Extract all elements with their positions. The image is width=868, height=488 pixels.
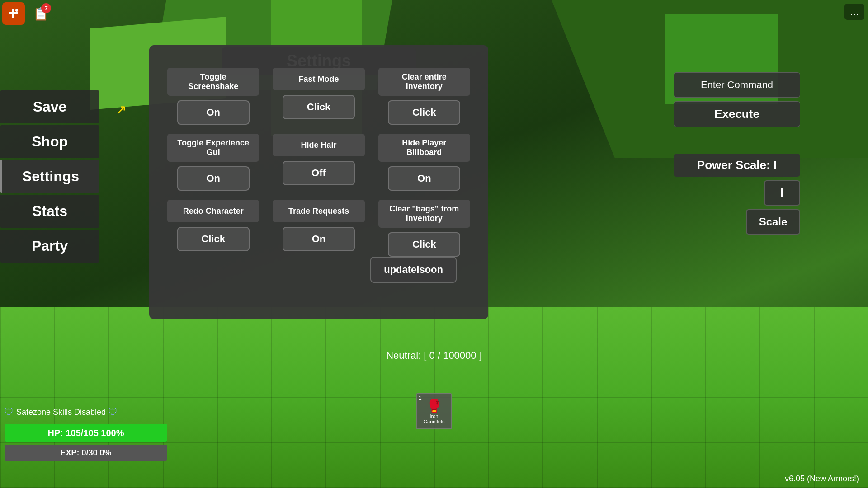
sidebar-item-shop[interactable]: Shop (0, 125, 99, 158)
power-scale-panel: Power Scale: I I Scale (674, 154, 800, 235)
hp-bar: HP: 105/105 100% (5, 424, 167, 442)
setting-toggle-exp-gui: Toggle Experience Gui On (167, 134, 259, 191)
execute-button[interactable]: Execute (674, 101, 800, 127)
bottom-hud: 🛡 Safezone Skills Disabled 🛡 HP: 105/105… (5, 407, 167, 461)
command-panel: Enter Command Execute (674, 72, 800, 127)
safezone-text: Safezone Skills Disabled (16, 408, 106, 417)
setting-value-redo-character[interactable]: Click (177, 227, 250, 251)
shield-icon-right: 🛡 (108, 407, 118, 418)
sidebar-item-party[interactable]: Party (0, 230, 99, 263)
setting-label-fast-mode: Fast Mode (273, 68, 364, 90)
setting-value-hide-hair[interactable]: Off (283, 161, 355, 185)
exp-bar: EXP: 0/30 0% (5, 445, 167, 461)
update-button[interactable]: updateIsoon (370, 257, 457, 283)
settings-panel: Toggle Screenshake On Fast Mode Click Cl… (149, 45, 488, 319)
neutral-text: Neutral: [ 0 / 100000 ] (386, 350, 482, 361)
sidebar-item-stats[interactable]: Stats (0, 195, 99, 228)
item-count: 1 (419, 395, 422, 401)
setting-value-fast-mode[interactable]: Click (283, 95, 355, 119)
setting-toggle-screenshake: Toggle Screenshake On (167, 68, 259, 125)
setting-label-toggle-screenshake: Toggle Screenshake (167, 68, 259, 96)
svg-point-3 (15, 9, 18, 12)
power-scale-label: Power Scale: I (674, 154, 800, 177)
arrow-pointer: ↗ (115, 102, 127, 117)
top-right-menu[interactable]: ... (844, 4, 864, 20)
setting-hide-hair: Hide Hair Off (273, 134, 364, 191)
setting-value-toggle-screenshake[interactable]: On (177, 100, 250, 125)
setting-clear-inventory: Clear entire Inventory Click (378, 68, 470, 125)
setting-trade-requests: Trade Requests On (273, 200, 364, 257)
item-slot: 1 🥊 Iron Gauntlets (416, 393, 452, 429)
setting-clear-bags: Clear "bags" from Inventory Click (378, 200, 470, 257)
shield-icon: 🛡 (5, 407, 14, 418)
setting-label-hide-billboard: Hide Player Billboard (378, 134, 470, 162)
setting-label-clear-inventory: Clear entire Inventory (378, 68, 470, 96)
scale-button[interactable]: Scale (746, 209, 800, 235)
notification-count: 7 (41, 3, 51, 13)
notification-badge[interactable]: 📋 7 (29, 2, 52, 25)
setting-label-hide-hair: Hide Hair (273, 134, 364, 156)
setting-value-clear-bags[interactable]: Click (388, 232, 460, 257)
game-icon[interactable] (2, 2, 25, 25)
command-input[interactable]: Enter Command (674, 72, 800, 98)
settings-grid: Toggle Screenshake On Fast Mode Click Cl… (167, 68, 470, 257)
version-text: v6.05 (New Armors!) (785, 474, 859, 483)
setting-value-clear-inventory[interactable]: Click (388, 100, 460, 125)
setting-label-trade-requests: Trade Requests (273, 200, 364, 222)
setting-value-toggle-exp-gui[interactable]: On (177, 166, 250, 191)
setting-fast-mode: Fast Mode Click (273, 68, 364, 125)
exp-text: EXP: 0/30 0% (60, 448, 111, 458)
svg-rect-2 (12, 9, 14, 18)
setting-value-hide-billboard[interactable]: On (388, 166, 460, 191)
item-name: Iron Gauntlets (419, 413, 449, 424)
hp-text: HP: 105/105 100% (47, 428, 124, 438)
setting-label-clear-bags: Clear "bags" from Inventory (378, 200, 470, 228)
power-scale-value: I (764, 180, 800, 206)
sidebar-item-settings[interactable]: Settings (0, 160, 99, 193)
setting-label-redo-character: Redo Character (167, 200, 259, 222)
neutral-display: Neutral: [ 0 / 100000 ] (386, 350, 482, 361)
setting-label-toggle-exp-gui: Toggle Experience Gui (167, 134, 259, 162)
sidebar-item-save[interactable]: Save (0, 90, 99, 123)
setting-value-trade-requests[interactable]: On (283, 227, 355, 251)
safezone-badge: 🛡 Safezone Skills Disabled 🛡 (5, 407, 167, 418)
sidebar: Save Shop Settings Stats Party (0, 90, 99, 263)
setting-redo-character: Redo Character Click (167, 200, 259, 257)
setting-hide-billboard: Hide Player Billboard On (378, 134, 470, 191)
item-icon: 🥊 (426, 399, 442, 413)
